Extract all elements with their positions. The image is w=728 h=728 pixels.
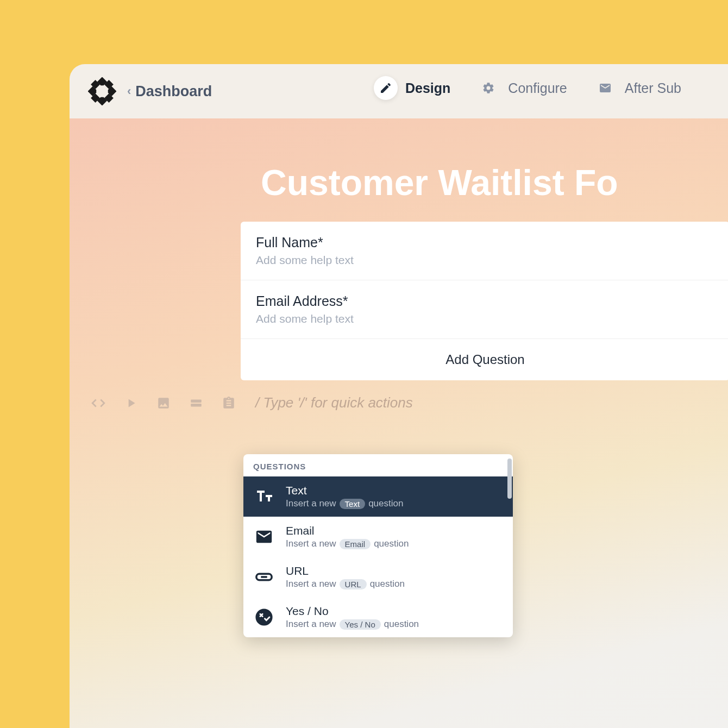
breadcrumb[interactable]: ‹ Dashboard [127, 83, 212, 100]
dropdown-item-title: Yes / No [286, 605, 503, 618]
form-card: Full Name* Add some help text Email Addr… [241, 222, 728, 380]
text-type-icon [253, 486, 275, 507]
type-pill: Text [340, 499, 366, 509]
dropdown-item-title: URL [286, 564, 503, 578]
svg-point-8 [96, 85, 108, 97]
question-full-name[interactable]: Full Name* Add some help text [241, 222, 728, 280]
dropdown-section-label: QUESTIONS [243, 454, 513, 476]
dropdown-item-text[interactable]: Text Insert a new Text question [243, 476, 513, 517]
form-title[interactable]: Customer Waitlist Fo [70, 162, 728, 203]
tab-label: Configure [508, 80, 567, 96]
tabs: Design Configure After Sub [374, 76, 681, 100]
question-help: Add some help text [256, 254, 714, 267]
quick-actions-dropdown: QUESTIONS Text Insert a new Text questio… [243, 454, 513, 637]
tab-after-submit[interactable]: After Sub [593, 76, 681, 100]
yes-no-icon [253, 606, 275, 628]
dropdown-item-desc: Insert a new Yes / No question [286, 619, 503, 630]
question-label: Email Address* [256, 293, 714, 309]
dropdown-item-title: Text [286, 484, 503, 497]
block-toolbar: / Type '/' for quick actions [90, 394, 728, 411]
dropdown-item-desc: Insert a new Email question [286, 538, 503, 549]
dropdown-item-url[interactable]: URL Insert a new URL question [243, 557, 513, 597]
svg-rect-9 [191, 399, 202, 402]
chevron-left-icon: ‹ [127, 84, 131, 98]
svg-rect-10 [191, 404, 202, 406]
tab-label: After Sub [625, 80, 681, 96]
dropdown-item-yes-no[interactable]: Yes / No Insert a new Yes / No question [243, 597, 513, 637]
dropdown-item-title: Email [286, 524, 503, 537]
question-help: Add some help text [256, 312, 714, 325]
type-pill: Yes / No [340, 619, 381, 630]
add-question-button[interactable]: Add Question [241, 339, 728, 380]
pencil-icon [374, 76, 398, 100]
app-logo[interactable] [87, 76, 117, 106]
mail-icon [593, 76, 617, 100]
design-canvas: Customer Waitlist Fo Full Name* Add some… [70, 118, 728, 728]
tab-configure[interactable]: Configure [476, 76, 567, 100]
dropdown-item-desc: Insert a new URL question [286, 579, 503, 589]
dropdown-item-desc: Insert a new Text question [286, 498, 503, 509]
tab-label: Design [405, 80, 450, 96]
mail-icon [253, 526, 275, 548]
logo-icon [88, 77, 116, 105]
divider-icon[interactable] [188, 395, 204, 411]
type-pill: URL [340, 579, 367, 589]
clipboard-icon[interactable] [221, 395, 237, 411]
breadcrumb-label: Dashboard [135, 83, 212, 100]
code-icon[interactable] [90, 395, 106, 411]
topbar: ‹ Dashboard Design Configure After Su [70, 64, 728, 118]
link-icon [253, 566, 275, 588]
slash-placeholder[interactable]: / Type '/' for quick actions [255, 394, 413, 411]
type-pill: Email [340, 539, 371, 549]
scrollbar-thumb[interactable] [507, 459, 512, 499]
dropdown-item-email[interactable]: Email Insert a new Email question [243, 517, 513, 557]
app-window: ‹ Dashboard Design Configure After Su [70, 64, 728, 728]
question-email[interactable]: Email Address* Add some help text [241, 280, 728, 339]
image-icon[interactable] [155, 395, 172, 411]
gear-icon [476, 76, 500, 100]
question-label: Full Name* [256, 235, 714, 250]
play-icon[interactable] [123, 395, 139, 411]
tab-design[interactable]: Design [374, 76, 450, 100]
